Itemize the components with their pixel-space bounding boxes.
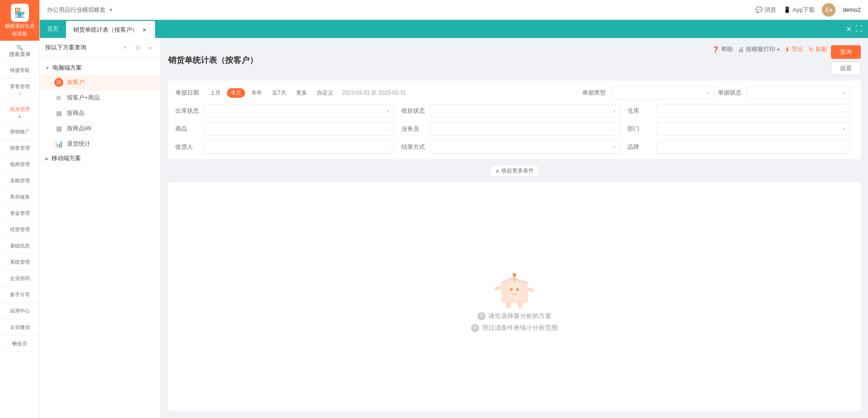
scheme-item-by-customer-product[interactable]: ⊞ 按客户+商品: [40, 90, 160, 105]
product-dots: ···: [384, 126, 389, 133]
app-logo[interactable]: 🏪 畅捷通好生意 标准版: [0, 0, 39, 41]
tab-home[interactable]: 首页: [40, 20, 66, 38]
settings-button[interactable]: 设置: [831, 62, 861, 75]
sidebar-item-operations[interactable]: 经营管理: [0, 222, 39, 238]
sidebar-item-wholesale[interactable]: 批发管理 ▲: [0, 101, 39, 124]
date-range-display: 2023-03-01 至 2023-03-31: [342, 89, 406, 97]
filter-settlement: 结算方式 ▾: [401, 140, 627, 154]
sidebar-item-basics[interactable]: 基础信息: [0, 238, 39, 254]
scheme-item-icon-table2: ▦: [54, 124, 63, 133]
filter-date: 单据日期 上月 本月 本年 近7天 更多 自定义 2023-03-01 至 20…: [175, 88, 406, 98]
tab-bar: 首页 销货单统计表（按客户） ✕ ✕ ⛶: [40, 20, 868, 38]
filter-receiver: 收货人 ···: [175, 140, 401, 154]
status-dropdown[interactable]: ▾: [747, 86, 850, 100]
sidebar-item-inventory[interactable]: 库存核算: [0, 189, 39, 205]
filter-brand: 品牌 ···: [627, 140, 854, 154]
page-title: 销货单统计表（按客户）: [168, 55, 258, 66]
sidebar-item-wechat[interactable]: 企业微信: [0, 319, 39, 336]
date-tab-custom[interactable]: 自定义: [313, 88, 337, 98]
user-name: demo2: [843, 6, 861, 13]
mobile-group-expand-arrow: ▶: [45, 156, 49, 161]
tab-sales-stats[interactable]: 销货单统计表（按客户） ✕: [66, 21, 155, 39]
tab-close-btn[interactable]: ✕: [141, 26, 148, 33]
scheme-item-by-customer[interactable]: 按 按客户: [40, 75, 160, 90]
messages-btn[interactable]: 💬 消息: [755, 6, 776, 14]
type-label: 单据类型: [582, 89, 609, 97]
sidebar-item-ecommerce[interactable]: 电商管理: [0, 157, 39, 173]
filter-warehouse: 仓库 ···: [627, 104, 854, 118]
product-input[interactable]: ···: [204, 122, 394, 136]
brand-dots: ···: [840, 144, 845, 151]
empty-hint-1: ① 请先选择要分析的方案: [477, 312, 552, 320]
dept-dropdown[interactable]: ▾: [656, 122, 850, 136]
sidebar-item-member[interactable]: 畅会员: [0, 336, 39, 352]
sidebar-item-appcenter[interactable]: 应用中心: [0, 303, 39, 319]
tab-expand-btn[interactable]: ⛶: [855, 25, 863, 33]
collapse-btn[interactable]: ∧ 收起更多条件: [490, 165, 540, 177]
empty-hint-2: ② 用过滤条件来缩小分析范围: [471, 324, 558, 332]
app-title: 办公用品行业模拟账套: [47, 6, 106, 14]
template-print-btn[interactable]: 🖨 按模板打印 ▾: [738, 45, 779, 53]
app-download-btn[interactable]: 📱 App下载: [783, 6, 815, 14]
scheme-item-by-product-99[interactable]: ▦ 按商品99: [40, 121, 160, 136]
filter-area: 单据日期 上月 本月 本年 近7天 更多 自定义 2023-03-01 至 20…: [168, 81, 861, 159]
export-btn[interactable]: ⬇ 导出: [785, 45, 803, 53]
date-tab-more[interactable]: 更多: [292, 88, 311, 98]
payment-dropdown-arrow: ▾: [613, 109, 615, 114]
staff-input[interactable]: ···: [430, 122, 620, 136]
shipment-dropdown-arrow: ▾: [387, 109, 389, 114]
filter-product: 商品 ···: [175, 122, 401, 136]
brand-input[interactable]: ···: [656, 140, 850, 154]
date-tab-last7[interactable]: 近7天: [269, 88, 290, 98]
date-tab-this-year[interactable]: 本年: [248, 88, 266, 98]
type-dropdown[interactable]: ▾: [611, 86, 714, 100]
scheme-collapse-btn[interactable]: «: [145, 43, 155, 52]
sidebar-item-marketing[interactable]: 营销推广: [0, 124, 39, 140]
help-btn[interactable]: ❓ 帮助: [712, 45, 733, 53]
warehouse-input[interactable]: ···: [656, 104, 850, 118]
query-btns: 查询 设置: [831, 45, 861, 75]
svg-rect-8: [506, 302, 511, 308]
sidebar-item-newbie[interactable]: 新手引导: [0, 287, 39, 303]
sidebar-item-quick-nav[interactable]: 快捷导航: [0, 62, 39, 79]
payment-dropdown[interactable]: ▾: [430, 104, 620, 118]
sidebar-item-purchase[interactable]: 采购管理: [0, 173, 39, 189]
scheme-settings-btn[interactable]: ⊙: [132, 43, 142, 52]
tab-close-window-btn[interactable]: ✕: [846, 25, 852, 33]
search-icon: 🔍: [3, 44, 37, 51]
group-expand-arrow: ▼: [45, 66, 50, 71]
sidebar-item-sales[interactable]: 销售管理: [0, 140, 39, 157]
search-label: 搜索菜单: [3, 51, 37, 58]
header-dropdown-arrow[interactable]: ▾: [109, 6, 113, 13]
refresh-btn[interactable]: ↻ 刷新: [809, 45, 827, 53]
receiver-input[interactable]: ···: [204, 140, 394, 154]
date-label: 单据日期: [175, 89, 203, 97]
scheme-group-mobile-header[interactable]: ▶ 移动端方案: [40, 152, 160, 165]
sidebar-item-system[interactable]: 系统管理: [0, 254, 39, 271]
query-button[interactable]: 查询: [831, 45, 861, 59]
type-dropdown-arrow: ▾: [707, 90, 709, 95]
sidebar-search[interactable]: 🔍 搜索菜单: [0, 41, 39, 62]
date-tab-prev-month[interactable]: 上月: [206, 88, 224, 98]
sidebar-item-retail[interactable]: 零售管理 ▼: [0, 79, 39, 101]
settlement-dropdown[interactable]: ▾: [430, 140, 620, 154]
scheme-group-desktop-header[interactable]: ▼ 电脑端方案: [40, 61, 160, 75]
sidebar-item-enterprise[interactable]: 企业协同: [0, 271, 39, 287]
svg-point-2: [510, 288, 513, 291]
scheme-item-by-product[interactable]: ▦ 按商品: [40, 105, 160, 121]
scheme-item-returns[interactable]: 📊 退货统计: [40, 136, 160, 152]
shipment-dropdown[interactable]: ▾: [204, 104, 394, 118]
svg-point-3: [516, 288, 519, 291]
scheme-add-btn[interactable]: ＋: [120, 43, 130, 52]
user-avatar[interactable]: Ea: [822, 3, 835, 17]
receiver-dots: ···: [384, 144, 389, 151]
filter-row-2: 出库状态 ▾ 收款状态 ▾ 仓库: [175, 104, 854, 118]
brand-label: 品牌: [627, 143, 655, 151]
status-dropdown-arrow: ▾: [843, 90, 845, 95]
scheme-group-desktop: ▼ 电脑端方案 按 按客户 ⊞ 按客户+商品 ▦ 按商品: [40, 61, 160, 152]
sidebar-item-finance[interactable]: 资金管理: [0, 205, 39, 222]
date-tab-this-month[interactable]: 本月: [227, 88, 245, 98]
dept-dropdown-arrow: ▾: [843, 127, 845, 132]
page-content: 按以下方案查询 ＋ ⊙ « ▼: [40, 38, 868, 418]
scheme-group-mobile: ▶ 移动端方案: [40, 152, 160, 165]
